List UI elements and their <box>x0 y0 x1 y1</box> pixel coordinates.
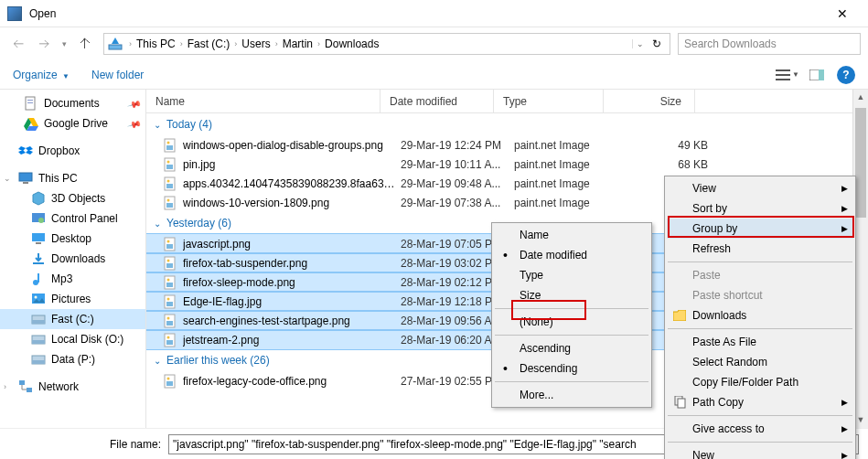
file-row[interactable]: pin.jpg 29-Mar-19 10:11 A... paint.net I… <box>146 155 868 174</box>
address-bar[interactable]: › This PC› Fast (C:)› Users› Martin› Dow… <box>103 33 670 55</box>
sidebar-item[interactable]: Data (P:) <box>0 349 145 369</box>
nav-forward-button[interactable]: 🡢 <box>33 33 55 55</box>
sidebar-item[interactable]: Pictures <box>0 289 145 309</box>
breadcrumb-item[interactable]: Downloads <box>323 37 380 50</box>
filename-label: File name: <box>110 438 161 451</box>
menu-group-by[interactable]: Group by▶ <box>667 219 853 239</box>
scroll-thumb[interactable] <box>855 108 866 218</box>
sidebar-label: Google Drive <box>44 117 108 130</box>
svg-rect-53 <box>166 321 173 326</box>
menu-sort-by[interactable]: Sort by▶ <box>667 198 853 219</box>
nav-back-button[interactable]: 🡠 <box>7 33 29 55</box>
expand-icon[interactable]: ⌄ <box>4 174 11 183</box>
doc-icon <box>24 96 38 111</box>
expand-icon[interactable]: › <box>4 382 6 391</box>
menu-size[interactable]: Size <box>494 285 649 305</box>
svg-rect-15 <box>33 262 44 264</box>
cpl-icon <box>31 211 46 226</box>
svg-point-60 <box>167 377 170 379</box>
menu-descending[interactable]: Descending <box>494 358 649 379</box>
column-date[interactable]: Date modified <box>380 90 494 112</box>
column-name[interactable]: Name <box>146 90 380 112</box>
menu-copy-path[interactable]: Copy File/Folder Path <box>667 372 853 392</box>
svg-rect-10 <box>23 182 28 184</box>
menu-paste[interactable]: Paste <box>667 265 853 285</box>
menu-date-modified[interactable]: Date modified <box>494 245 649 265</box>
menu-select-random[interactable]: Select Random <box>667 352 853 372</box>
column-type[interactable]: Type <box>494 90 604 112</box>
help-button[interactable]: ? <box>837 66 855 84</box>
svg-rect-2 <box>776 74 790 76</box>
location-icon <box>108 37 123 51</box>
sidebar-item[interactable]: Mp3 <box>0 269 145 289</box>
chevron-down-icon: ⌄ <box>154 356 161 366</box>
dropbox-icon <box>18 144 33 158</box>
file-name: pin.jpg <box>183 158 401 171</box>
close-button[interactable]: ✕ <box>824 6 861 21</box>
sidebar-item[interactable]: Fast (C:) <box>0 309 145 329</box>
breadcrumb-item[interactable]: Martin <box>281 37 315 50</box>
breadcrumb-item[interactable]: Users <box>240 37 272 50</box>
search-input[interactable]: Search Downloads <box>678 33 861 55</box>
file-name: firefox-sleep-mode.png <box>183 276 401 289</box>
file-name: search-engines-test-startpage.png <box>183 315 401 327</box>
menu-type[interactable]: Type <box>494 265 649 285</box>
menu-downloads[interactable]: Downloads <box>667 305 853 326</box>
group-header[interactable]: ⌄Today (4) <box>146 113 868 135</box>
svg-point-30 <box>167 141 170 144</box>
menu-give-access[interactable]: Give access to▶ <box>667 419 853 439</box>
svg-rect-25 <box>32 360 45 364</box>
svg-point-48 <box>167 278 170 281</box>
sidebar-item[interactable]: Desktop <box>0 229 145 249</box>
breadcrumb-item[interactable]: Fast (C:) <box>186 37 232 50</box>
sidebar-network[interactable]: › Network <box>0 377 145 397</box>
menu-path-copy[interactable]: Path Copy▶ <box>667 392 853 412</box>
svg-point-36 <box>167 179 170 182</box>
menu-paste-shortcut[interactable]: Paste shortcut <box>667 285 853 305</box>
sidebar-dropbox[interactable]: Dropbox <box>0 141 145 161</box>
sidebar-item[interactable]: Downloads <box>0 249 145 269</box>
address-dropdown[interactable]: ⌄ <box>632 39 648 48</box>
view-options-button[interactable]: ▼ <box>775 64 800 86</box>
breadcrumb-item[interactable]: This PC <box>134 37 177 50</box>
file-name: windows-open-dialog-disable-groups.png <box>183 139 401 152</box>
preview-pane-button[interactable] <box>804 64 830 86</box>
menu-none[interactable]: (None) <box>494 312 649 332</box>
cube-icon <box>31 191 46 206</box>
column-size[interactable]: Size <box>604 90 695 112</box>
sidebar-thispc[interactable]: ⌄ This PC <box>0 168 145 188</box>
menu-more[interactable]: More... <box>494 385 649 405</box>
nav-history-dropdown[interactable]: ▾ <box>62 39 67 48</box>
svg-point-54 <box>167 316 170 319</box>
file-type: paint.net Image <box>514 197 624 209</box>
svg-rect-1 <box>776 69 790 71</box>
svg-rect-0 <box>109 45 122 49</box>
scroll-up[interactable]: ▲ <box>853 90 868 105</box>
image-file-icon <box>163 333 177 347</box>
menu-paste-as-file[interactable]: Paste As File <box>667 332 853 352</box>
svg-point-12 <box>38 218 44 223</box>
organize-button[interactable]: Organize ▼ <box>13 69 70 81</box>
menu-view[interactable]: View▶ <box>667 178 853 198</box>
sidebar-item[interactable]: Control Panel <box>0 208 145 229</box>
menu-name[interactable]: Name <box>494 225 649 245</box>
svg-rect-62 <box>678 399 685 408</box>
svg-point-19 <box>35 296 38 299</box>
menu-new[interactable]: New▶ <box>667 445 853 459</box>
file-row[interactable]: windows-open-dialog-disable-groups.png 2… <box>146 135 868 155</box>
sidebar-item[interactable]: Google Drive 📌 <box>0 113 145 133</box>
menu-refresh[interactable]: Refresh <box>667 239 853 259</box>
sidebar-item[interactable]: Documents 📌 <box>0 93 145 113</box>
folder-icon <box>672 308 687 323</box>
nav-up-button[interactable]: 🡡 <box>74 33 96 55</box>
sidebar: Documents 📌 Google Drive 📌 Dropbox ⌄ Thi… <box>0 90 146 428</box>
refresh-button[interactable]: ↻ <box>648 37 666 50</box>
svg-point-39 <box>167 198 170 201</box>
menu-ascending[interactable]: Ascending <box>494 338 649 358</box>
sidebar-item[interactable]: Local Disk (O:) <box>0 329 145 349</box>
file-type: paint.net Image <box>514 158 624 171</box>
svg-rect-32 <box>166 165 173 169</box>
image-file-icon <box>163 138 177 153</box>
new-folder-button[interactable]: New folder <box>91 69 144 81</box>
sidebar-item[interactable]: 3D Objects <box>0 188 145 208</box>
